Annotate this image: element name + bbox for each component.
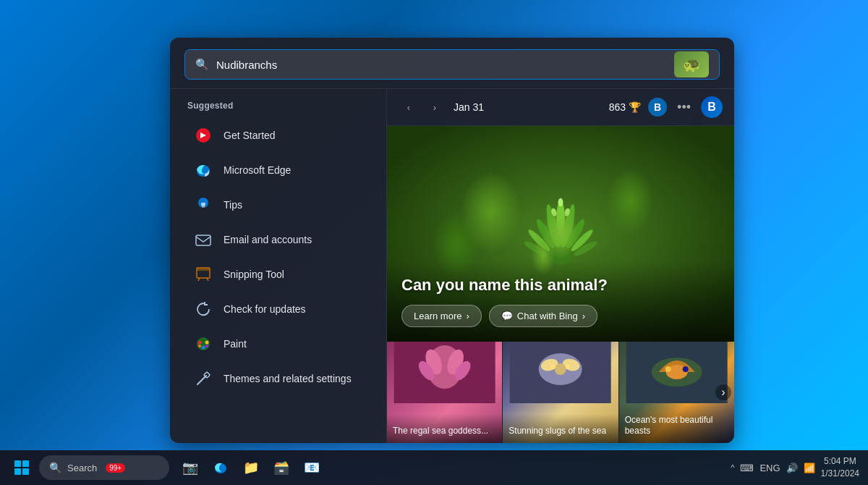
- search-input-wrapper[interactable]: 🔍 Nudibranchs 🐢: [184, 49, 720, 80]
- folder-icon: 📁: [243, 460, 259, 476]
- nav-score: 863 🏆: [609, 101, 641, 113]
- search-panel: 🔍 Nudibranchs 🐢 Suggested Get Started: [170, 38, 734, 443]
- start-button[interactable]: [9, 455, 35, 481]
- search-input[interactable]: Nudibranchs: [216, 59, 667, 71]
- nav-right-area: 863 🏆 B ••• B: [609, 96, 723, 118]
- svg-point-21: [534, 217, 558, 250]
- email-icon: [193, 229, 213, 250]
- prev-arrow[interactable]: ‹: [399, 97, 419, 117]
- svg-rect-53: [14, 468, 21, 475]
- taskbar-icons: 📷 📁 🗃️ 📧: [176, 454, 326, 481]
- edge-label: Microsoft Edge: [224, 164, 291, 176]
- taskbar-icon-store[interactable]: 🗃️: [268, 454, 295, 481]
- camera-icon: 📷: [182, 460, 198, 476]
- taskbar-search-badge: 99+: [106, 463, 125, 473]
- paint-label: Paint: [224, 338, 247, 350]
- mail-taskbar-icon: 📧: [304, 460, 320, 476]
- svg-point-14: [205, 345, 208, 347]
- tips-icon: [193, 195, 213, 215]
- svg-point-44: [551, 365, 556, 369]
- learn-more-label: Learn more: [414, 311, 461, 321]
- tray-lang[interactable]: ENG: [760, 463, 780, 473]
- clock-date: 1/31/2024: [821, 468, 859, 480]
- paint-icon: [193, 334, 213, 354]
- svg-point-20: [558, 211, 576, 248]
- svg-point-49: [665, 366, 671, 372]
- tray-chevron[interactable]: ^: [731, 463, 734, 472]
- suggested-item-themes[interactable]: Themes and related settings: [176, 361, 380, 396]
- svg-point-30: [550, 208, 558, 217]
- panel-nav: ‹ › Jan 31 863 🏆 B ••• B: [387, 89, 734, 126]
- edge-taskbar-icon: [213, 460, 229, 476]
- svg-point-12: [202, 346, 205, 350]
- thumb-next-arrow[interactable]: ›: [715, 384, 731, 400]
- suggested-item-paint[interactable]: Paint: [176, 326, 380, 361]
- suggested-item-email[interactable]: Email and accounts: [176, 222, 380, 257]
- chat-bing-chevron: ›: [582, 311, 585, 321]
- search-box-area: 🔍 Nudibranchs 🐢: [170, 38, 734, 89]
- svg-rect-6: [197, 268, 210, 271]
- get-started-icon: [193, 125, 213, 146]
- taskbar-icon-camera[interactable]: 📷: [176, 454, 204, 481]
- svg-point-10: [198, 341, 202, 345]
- chat-bing-button[interactable]: 💬 Chat with Bing ›: [489, 305, 597, 327]
- taskbar-icon-browser[interactable]: [207, 454, 234, 481]
- thumb-item-2[interactable]: Ocean's most beautiful beasts ›: [618, 342, 734, 443]
- snipping-icon: [193, 264, 213, 284]
- bing-label: B: [707, 101, 716, 114]
- next-arrow[interactable]: ›: [425, 97, 445, 117]
- trophy-icon: 🏆: [629, 101, 641, 113]
- suggested-label: Suggested: [170, 101, 386, 118]
- suggested-item-updates[interactable]: Check for updates: [176, 292, 380, 326]
- suggested-item-edge[interactable]: Microsoft Edge: [176, 153, 380, 187]
- hero-area: Can you name this animal? Learn more › 💬…: [387, 126, 734, 342]
- clock-time: 5:04 PM: [821, 455, 859, 468]
- taskbar-search[interactable]: 🔍 Search 99+: [39, 455, 169, 480]
- get-started-label: Get Started: [224, 130, 276, 141]
- svg-point-28: [545, 203, 556, 234]
- suggested-item-tips[interactable]: Tips: [176, 187, 380, 222]
- updates-icon: [193, 299, 213, 319]
- next-icon: ›: [433, 102, 436, 113]
- hero-buttons: Learn more › 💬 Chat with Bing ›: [401, 305, 720, 327]
- svg-rect-51: [14, 460, 21, 467]
- nav-score-value: 863: [609, 101, 626, 113]
- svg-point-19: [545, 211, 563, 248]
- tray-wifi[interactable]: 📶: [804, 463, 815, 473]
- themes-label: Themes and related settings: [224, 373, 352, 384]
- thumb-strip: The regal sea goddess... Stunning slugs …: [387, 342, 734, 443]
- thumb-item-0[interactable]: The regal sea goddess...: [387, 342, 502, 443]
- suggested-item-snipping[interactable]: Snipping Tool: [176, 257, 380, 292]
- time-display[interactable]: 5:04 PM 1/31/2024: [821, 455, 859, 480]
- learn-more-button[interactable]: Learn more ›: [401, 305, 482, 327]
- prev-icon: ‹: [407, 102, 410, 113]
- snipping-label: Snipping Tool: [224, 269, 284, 280]
- svg-point-25: [523, 239, 549, 258]
- svg-point-22: [563, 217, 587, 250]
- updates-label: Check for updates: [224, 303, 306, 315]
- svg-point-11: [205, 341, 209, 345]
- nav-b-button[interactable]: B: [648, 98, 667, 117]
- svg-point-32: [558, 198, 563, 206]
- tips-label: Tips: [224, 199, 242, 211]
- taskbar-system-tray: ^ ⌨ ENG 🔊 📶 5:04 PM 1/31/2024: [731, 455, 859, 480]
- svg-point-24: [569, 227, 595, 253]
- taskbar: 🔍 Search 99+ 📷 📁 🗃️ 📧 ^ ⌨: [0, 450, 868, 485]
- thumb-label-0: The regal sea goddess...: [387, 414, 502, 443]
- thumb-label-2: Ocean's most beautiful beasts: [619, 403, 734, 443]
- taskbar-icon-folder[interactable]: 📁: [237, 454, 265, 481]
- hero-text-overlay: Can you name this animal? Learn more › 💬…: [387, 261, 734, 342]
- svg-rect-3: [202, 206, 205, 208]
- tray-volume[interactable]: 🔊: [786, 463, 798, 473]
- taskbar-icon-mail[interactable]: 📧: [298, 454, 326, 481]
- taskbar-search-icon: 🔍: [49, 462, 61, 473]
- themes-icon: [193, 368, 213, 389]
- suggested-item-get-started[interactable]: Get Started: [176, 118, 380, 153]
- windows-logo: [14, 460, 30, 476]
- tray-keyboard[interactable]: ⌨: [740, 463, 754, 473]
- nav-dots-button[interactable]: •••: [674, 98, 694, 117]
- email-label: Email and accounts: [224, 234, 312, 245]
- taskbar-search-text: Search: [67, 463, 97, 473]
- thumb-item-1[interactable]: Stunning slugs of the sea: [502, 342, 618, 443]
- bing-icon[interactable]: B: [701, 96, 723, 118]
